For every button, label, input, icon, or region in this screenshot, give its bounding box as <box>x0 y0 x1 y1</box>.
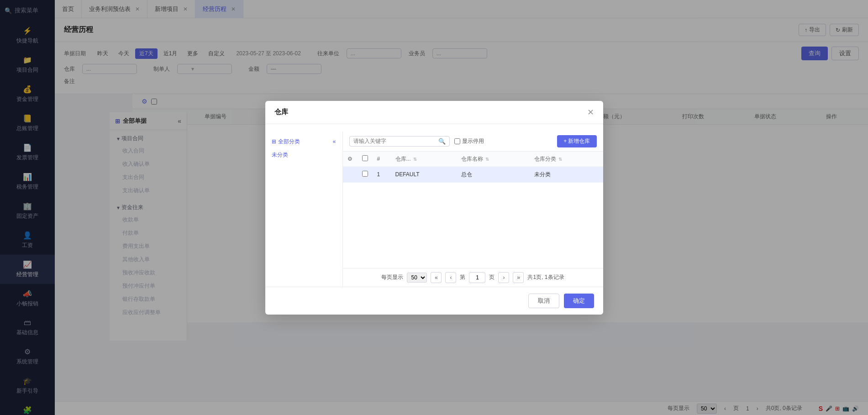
col-warehouse-category[interactable]: 仓库分类 ⇅ <box>530 152 603 167</box>
all-category-label: 全部分类 <box>278 138 300 146</box>
add-warehouse-button[interactable]: + 新增仓库 <box>557 135 596 147</box>
col-warehouse-name[interactable]: 仓库名称 ⇅ <box>457 152 530 167</box>
show-disabled-label: 显示停用 <box>462 137 484 145</box>
modal-header-row: ⚙ # 仓库... ⇅ <box>343 152 603 167</box>
collapse-left-icon[interactable]: « <box>333 138 336 145</box>
row-select-checkbox[interactable] <box>362 171 368 177</box>
modal-left-panel: ⊞ 全部分类 « 未分类 <box>265 131 343 287</box>
sort-icon: ⇅ <box>558 157 562 162</box>
warehouse-search-input[interactable] <box>353 138 438 144</box>
page-next-btn[interactable]: › <box>498 272 509 283</box>
confirm-button[interactable]: 确定 <box>564 294 594 308</box>
category-grid-icon: ⊞ <box>272 138 276 145</box>
show-disabled-checkbox[interactable] <box>454 138 460 144</box>
modal-table-body: 1 DEFAULT 总仓 未分类 <box>343 167 603 182</box>
modal-toolbar: 🔍 显示停用 + 新增仓库 <box>343 131 603 152</box>
settings-icon: ⚙ <box>347 156 352 162</box>
row-checkbox[interactable] <box>358 167 373 182</box>
modal-select-all[interactable] <box>362 155 368 161</box>
modal-all-category[interactable]: ⊞ 全部分类 « <box>265 135 342 148</box>
sort-icon: ⇅ <box>413 157 417 162</box>
modal-title: 仓库 <box>274 108 288 116</box>
search-icon: 🔍 <box>438 138 446 145</box>
show-disabled-checkbox-wrap[interactable]: 显示停用 <box>454 137 484 145</box>
col-settings: ⚙ <box>343 152 358 167</box>
page-number-input[interactable] <box>469 272 485 283</box>
modal-right-panel: 🔍 显示停用 + 新增仓库 ⚙ <box>343 131 603 287</box>
col-warehouse-code[interactable]: 仓库... ⇅ <box>391 152 457 167</box>
pagination-size-select[interactable]: 50 <box>407 273 427 283</box>
modal-table-header: ⚙ # 仓库... ⇅ <box>343 152 603 167</box>
cancel-button[interactable]: 取消 <box>528 294 559 308</box>
row-index: 1 <box>373 167 391 182</box>
page-prev-btn[interactable]: ‹ <box>445 272 456 283</box>
page-label: 第 <box>460 273 465 281</box>
page-last-btn[interactable]: » <box>513 272 524 283</box>
modal-pagination: 每页显示 50 « ‹ 第 页 › » 共1页, 1条记录 <box>343 268 603 287</box>
modal-table-wrapper: ⚙ # 仓库... ⇅ <box>343 152 603 268</box>
modal-close-button[interactable]: ✕ <box>587 107 594 117</box>
pagination-size-label: 每页显示 <box>381 273 403 281</box>
sort-icon: ⇅ <box>485 157 489 162</box>
col-index: # <box>373 152 391 167</box>
modal-layout: ⊞ 全部分类 « 未分类 🔍 显示停用 + 新增仓库 <box>265 131 603 287</box>
pagination-total-info: 共1页, 1条记录 <box>527 273 564 281</box>
modal-footer: 取消 确定 <box>265 287 603 315</box>
row-settings <box>343 167 358 182</box>
warehouse-search-wrap[interactable]: 🔍 <box>349 136 450 147</box>
warehouse-modal: 仓库 ✕ ⊞ 全部分类 « 未分类 🔍 <box>265 101 603 315</box>
warehouse-row[interactable]: 1 DEFAULT 总仓 未分类 <box>343 167 603 182</box>
modal-header: 仓库 ✕ <box>265 101 603 124</box>
page-unit: 页 <box>489 273 494 281</box>
uncategorized-item[interactable]: 未分类 <box>265 148 342 162</box>
row-name: 总仓 <box>457 167 530 182</box>
modal-table: ⚙ # 仓库... ⇅ <box>343 152 603 183</box>
col-checkbox <box>358 152 373 167</box>
modal-body: ⊞ 全部分类 « 未分类 🔍 显示停用 + 新增仓库 <box>265 124 603 287</box>
page-first-btn[interactable]: « <box>431 272 442 283</box>
row-category: 未分类 <box>530 167 603 182</box>
row-code: DEFAULT <box>391 167 457 182</box>
